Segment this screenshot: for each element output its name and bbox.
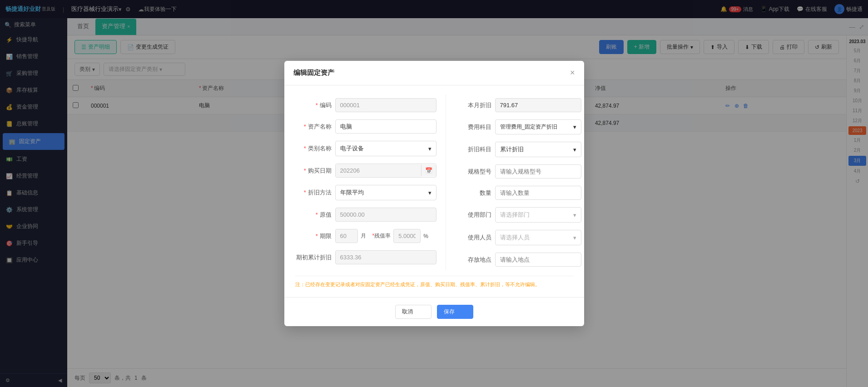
modal-note: 注：已经存在变更记录或者对应固定资产已经生成凭证，原值、购买日期、残值率、累计折… <box>295 276 573 288</box>
period-row: * 期限 月 *残值率 % <box>295 225 436 247</box>
original-value-row: * 原值 <box>295 204 436 225</box>
form-left: * 编码 * 资产名称 <box>295 94 446 270</box>
asset-name-label: * 资产名称 <box>295 123 332 131</box>
person-select[interactable]: 请选择人员 ▾ <box>495 230 581 245</box>
purchase-date-row: * 购买日期 📅 <box>295 160 436 181</box>
depreciation-method-label: * 折旧方法 <box>295 189 332 197</box>
quantity-label: 数量 <box>455 189 491 197</box>
form-right: 本月折旧 费用科目 管理费用_固定资产折旧 ▾ 折旧科目 <box>446 94 581 270</box>
modal-body: * 编码 * 资产名称 <box>284 85 584 297</box>
save-btn[interactable]: 保存 <box>437 305 473 319</box>
quantity-row: 数量 <box>455 182 581 203</box>
monthly-depreciation-row: 本月折旧 <box>455 94 581 116</box>
edit-asset-modal: 编辑固定资产 × * 编码 <box>284 61 584 326</box>
initial-depreciation-label: 期初累计折旧 <box>295 253 332 262</box>
depreciation-account-label: 折旧科目 <box>455 145 491 154</box>
expense-account-select[interactable]: 管理费用_固定资产折旧 ▾ <box>495 119 581 134</box>
code-input[interactable] <box>335 98 436 112</box>
location-input[interactable] <box>495 253 581 267</box>
location-row: 存放地点 <box>455 249 581 270</box>
code-row: * 编码 <box>295 94 436 116</box>
person-row: 使用人员 请选择人员 ▾ <box>455 226 581 249</box>
initial-depreciation-row: 期初累计折旧 <box>295 247 436 268</box>
chevron-down-icon: ▾ <box>573 212 576 218</box>
period-label: * 期限 <box>295 232 332 240</box>
original-value-label: * 原值 <box>295 211 332 219</box>
category-select[interactable]: 电子设备 ▾ <box>335 141 436 156</box>
expense-account-label: 费用科目 <box>455 123 491 131</box>
chevron-down-icon: ▾ <box>428 189 432 196</box>
purchase-date-input[interactable] <box>336 164 421 177</box>
asset-name-input[interactable] <box>335 119 436 134</box>
residual-rate-label: *残值率 <box>372 232 391 240</box>
purchase-date-label: * 购买日期 <box>295 167 332 175</box>
monthly-depreciation-input <box>495 98 581 112</box>
quantity-input[interactable] <box>495 186 581 200</box>
modal-title: 编辑固定资产 <box>293 69 334 77</box>
person-label: 使用人员 <box>455 233 491 242</box>
depreciation-account-select[interactable]: 累计折旧 ▾ <box>495 142 581 157</box>
period-input[interactable] <box>335 229 358 243</box>
depreciation-method-row: * 折旧方法 年限平均 ▾ <box>295 181 436 204</box>
residual-rate-unit: % <box>423 233 428 239</box>
spec-input[interactable] <box>495 164 581 179</box>
department-row: 使用部门 请选择部门 ▾ <box>455 203 581 226</box>
modal-footer: 取消 保存 <box>284 297 584 326</box>
spec-label: 规格型号 <box>455 168 491 176</box>
modal-header: 编辑固定资产 × <box>284 61 584 85</box>
original-value-input[interactable] <box>335 208 436 222</box>
category-row: * 类别名称 电子设备 ▾ <box>295 137 436 160</box>
asset-name-row: * 资产名称 <box>295 116 436 137</box>
chevron-down-icon: ▾ <box>428 145 432 152</box>
chevron-down-icon: ▾ <box>573 124 576 130</box>
calendar-icon[interactable]: 📅 <box>421 164 436 177</box>
form-grid: * 编码 * 资产名称 <box>295 94 573 270</box>
category-label: * 类别名称 <box>295 144 332 153</box>
chevron-down-icon: ▾ <box>573 234 576 241</box>
depreciation-account-row: 折旧科目 累计折旧 ▾ <box>455 138 581 161</box>
department-label: 使用部门 <box>455 211 491 219</box>
modal-close-btn[interactable]: × <box>570 68 575 78</box>
cancel-btn[interactable]: 取消 <box>395 305 432 319</box>
initial-depreciation-input[interactable] <box>335 250 436 264</box>
modal-overlay: 编辑固定资产 × * 编码 <box>0 0 868 387</box>
period-unit: 月 <box>361 232 366 240</box>
depreciation-method-select[interactable]: 年限平均 ▾ <box>335 185 436 200</box>
code-label: * 编码 <box>295 101 332 109</box>
expense-account-row: 费用科目 管理费用_固定资产折旧 ▾ <box>455 116 581 138</box>
department-select[interactable]: 请选择部门 ▾ <box>495 207 581 223</box>
chevron-down-icon: ▾ <box>573 146 576 153</box>
location-label: 存放地点 <box>455 256 491 264</box>
monthly-depreciation-label: 本月折旧 <box>455 101 491 109</box>
spec-row: 规格型号 <box>455 161 581 182</box>
residual-rate-input[interactable] <box>393 229 421 243</box>
